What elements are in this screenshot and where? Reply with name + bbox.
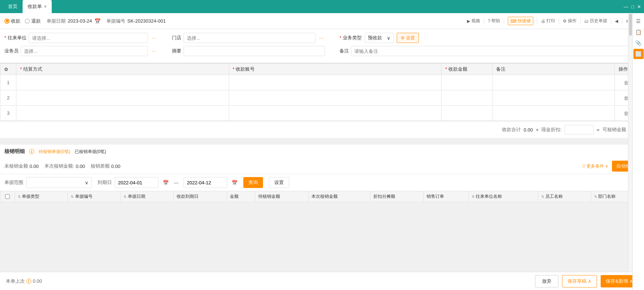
sidebar-icon-1[interactable]: ☰ xyxy=(633,16,644,26)
cell-amount-2[interactable] xyxy=(441,90,492,106)
radio-refund[interactable]: 退款 xyxy=(25,18,41,24)
cell-note-3[interactable] xyxy=(492,106,615,121)
staff-input[interactable] xyxy=(21,46,148,56)
shop-label: 门店 xyxy=(172,35,181,41)
sidebar-icon-2[interactable]: 📋 xyxy=(633,27,644,37)
info-icon[interactable]: ℹ xyxy=(29,149,34,154)
th-gear[interactable]: ⚙ xyxy=(0,64,16,75)
writeoff-table: ⇅ 单据类型 ⇅ 单据编号 ⇅ 单据日期 收款到期日 金额 待核销金额 本次核销… xyxy=(0,191,644,202)
query-button[interactable]: 查询 xyxy=(243,177,263,188)
cell-account-3[interactable] xyxy=(229,106,441,121)
radio-receipt-dot xyxy=(4,19,9,24)
calendar-from-icon[interactable]: 📅 xyxy=(163,180,169,185)
divider2 xyxy=(504,18,504,24)
th-note: 备注 xyxy=(492,64,615,75)
tab-home[interactable]: 首页 xyxy=(3,0,23,13)
diff-label: 核销差额 xyxy=(91,163,110,169)
range-select[interactable]: ∨ xyxy=(26,177,92,188)
divider1 xyxy=(484,18,484,24)
close-icon[interactable]: ✕ xyxy=(637,4,641,9)
tab-current[interactable]: 收款单 × xyxy=(23,0,52,13)
calendar-to-icon[interactable]: 📅 xyxy=(232,180,237,185)
cell-account-2[interactable] xyxy=(229,90,441,106)
date-label: 单据日期 xyxy=(47,18,66,24)
counterpart-input[interactable] xyxy=(29,33,148,43)
th-current-writeoff: 本次核销金额 xyxy=(309,191,370,202)
th-amount: * 收款金额 xyxy=(441,64,492,75)
net-label: 可核销金额 xyxy=(602,126,626,133)
shortcut-btn[interactable]: ⌨ 快捷键 xyxy=(508,17,533,25)
business-type-label: * 业务类型 xyxy=(339,35,362,41)
setting-label: 设置 xyxy=(406,35,415,41)
calendar-icon[interactable]: 📅 xyxy=(94,18,101,24)
table-header-row: ⚙ * 结算方式 * 收款账号 * 收款金额 备注 操作 xyxy=(0,64,644,75)
business-type-field: * 业务类型 预收款 ∨ ⚙ 设置 xyxy=(339,33,419,43)
nav-prev[interactable]: ◀ xyxy=(615,19,618,24)
operate-btn[interactable]: ⚙ 操作 xyxy=(563,18,577,24)
cell-settlement-3[interactable] xyxy=(16,106,229,121)
date-to-input[interactable] xyxy=(184,177,227,188)
abstract-input[interactable] xyxy=(184,46,325,56)
date-value: 2023-03-24 xyxy=(68,18,92,24)
date-field: 单据日期 2023-03-24 📅 xyxy=(47,18,101,24)
history-btn[interactable]: 🗂 历史单据 xyxy=(584,18,607,24)
current-item: 本次核销金额: 0.00 xyxy=(44,163,85,169)
table-area: ⚙ * 结算方式 * 收款账号 * 收款金额 备注 操作 xyxy=(0,63,644,138)
business-type-value: 预收款 xyxy=(368,35,382,41)
radio-receipt-label: 收款 xyxy=(11,18,20,24)
form-area: * 往来单位 ··· 门店 ··· * 业务类型 预收款 ∨ ⚙ 设置 xyxy=(0,29,644,63)
shop-ellipsis[interactable]: ··· xyxy=(318,35,325,41)
scrollbar-thumb[interactable] xyxy=(629,14,632,36)
discount-input[interactable] xyxy=(565,125,594,134)
th-discount: 折扣分摊额 xyxy=(370,191,423,202)
total-value: 0.00 xyxy=(524,127,533,133)
staff-label: 业务员 xyxy=(4,48,19,54)
th-check xyxy=(0,191,15,202)
th-doc-num: ⇅ 单据编号 xyxy=(68,191,121,202)
radio-receipt[interactable]: 收款 xyxy=(4,18,20,24)
tab-close-icon[interactable]: × xyxy=(44,4,47,9)
cell-note-1[interactable] xyxy=(492,75,615,90)
business-type-select[interactable]: 预收款 ∨ xyxy=(365,33,394,43)
scrollbar[interactable] xyxy=(628,13,632,202)
unverified-item: 未核销金额 0.00 xyxy=(4,163,39,169)
cell-settlement-1[interactable] xyxy=(16,75,229,90)
restore-icon[interactable]: □ xyxy=(631,4,634,9)
sidebar-icon-4[interactable]: ⬜ xyxy=(633,49,644,59)
divider6 xyxy=(611,18,611,24)
receipt-table: ⚙ * 结算方式 * 收款账号 * 收款金额 备注 操作 xyxy=(0,63,644,121)
pending-tab[interactable]: 待核销单据(0笔) xyxy=(39,149,70,155)
search-setting-button[interactable]: 设置 xyxy=(269,177,289,188)
date-from-input[interactable] xyxy=(115,177,158,188)
radio-refund-dot xyxy=(25,19,30,24)
staff-ellipsis[interactable]: ··· xyxy=(150,48,157,54)
video-btn[interactable]: ▶ 视频 xyxy=(467,18,480,24)
summary-row: 未核销金额 0.00 本次核销金额: 0.00 核销差额 0.00 ▽ 更多条件… xyxy=(0,158,644,174)
col-doc-num: 单据编号 xyxy=(75,194,93,199)
cell-note-2[interactable] xyxy=(492,90,615,106)
plus-sign: + xyxy=(536,127,539,133)
counterpart-ellipsis[interactable]: ··· xyxy=(150,35,157,41)
right-sidebar: ☰ 📋 📎 ⬜ xyxy=(632,13,644,202)
done-tab[interactable]: 已核销单据(0笔) xyxy=(75,149,106,155)
th-due-date: 收款到期日 xyxy=(173,191,227,202)
cell-settlement-2[interactable] xyxy=(16,90,229,106)
sidebar-icon-3[interactable]: 📎 xyxy=(633,38,644,48)
more-conditions-btn[interactable]: ▽ 更多条件 ∧ xyxy=(582,163,608,169)
shop-input[interactable] xyxy=(184,33,315,43)
unverified-label: 未核销金额 xyxy=(4,163,28,169)
print-btn[interactable]: 🖨 打印 xyxy=(541,18,555,24)
help-label: 帮助 xyxy=(491,18,500,24)
minimize-icon[interactable]: — xyxy=(624,4,628,9)
th-amount: 金额 xyxy=(227,191,255,202)
cell-amount-3[interactable] xyxy=(441,106,492,121)
select-all-checkbox[interactable] xyxy=(5,194,10,199)
col-doc-type: 单据类型 xyxy=(22,194,39,199)
section-title: 核销明细 xyxy=(4,148,25,155)
discount-label: 现金折扣: xyxy=(541,126,562,133)
setting-button[interactable]: ⚙ 设置 xyxy=(397,33,419,43)
help-btn[interactable]: ? 帮助 xyxy=(488,18,500,24)
cell-account-1[interactable] xyxy=(229,75,441,90)
cell-amount-1[interactable] xyxy=(441,75,492,90)
note-input[interactable] xyxy=(351,46,640,56)
